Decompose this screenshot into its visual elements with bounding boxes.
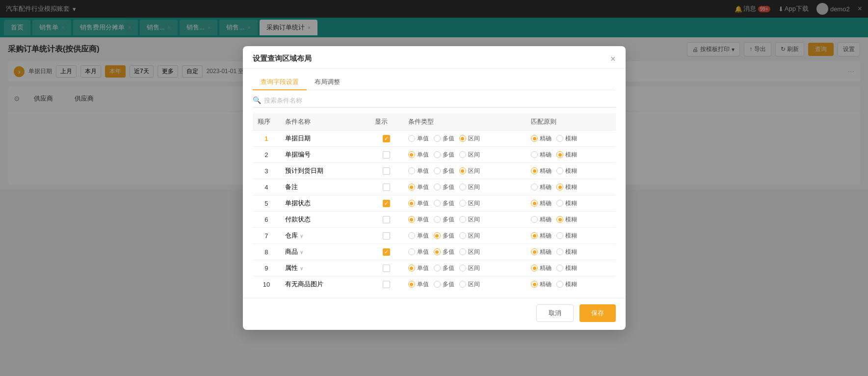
th-name: 条件名称 [280,113,369,131]
type-radio-多值[interactable]: 多值 [434,167,454,175]
match-radio-模糊[interactable]: 模糊 [556,151,577,159]
row-seq: 4 [253,179,281,190]
match-radio-模糊[interactable]: 模糊 [556,183,577,190]
radio-label: 多值 [443,151,454,159]
row-checkbox-cell [370,163,403,179]
radio-label: 单值 [417,183,429,190]
radio-indicator [459,135,466,142]
type-radio-区间[interactable]: 区间 [459,151,480,159]
radio-indicator [531,184,538,189]
type-radio-区间[interactable]: 区间 [459,134,480,143]
radio-label: 精确 [540,167,552,175]
row-seq: 3 [253,163,281,179]
row-match-cell: 精确模糊 [526,131,615,147]
radio-label: 模糊 [565,167,577,175]
row-type-cell: 单值多值区间 [403,179,526,190]
radio-label: 模糊 [565,151,577,159]
radio-label: 区间 [468,183,480,190]
radio-indicator [531,167,538,174]
radio-label: 精确 [540,134,552,143]
radio-label: 精确 [540,183,552,190]
radio-indicator [408,135,415,142]
type-radio-单值[interactable]: 单值 [408,183,429,190]
type-radio-单值[interactable]: 单值 [408,151,429,159]
conditions-table: 顺序 条件名称 显示 条件类型 匹配原则 1单据日期单值多值区间精确模糊2单据编… [253,113,616,189]
th-seq: 顺序 [253,113,281,131]
radio-indicator [556,151,563,158]
th-type: 条件类型 [403,113,526,131]
row-checkbox-cell [370,179,403,190]
match-radio-精确[interactable]: 精确 [531,134,552,143]
radio-indicator [408,151,415,158]
search-icon: 🔍 [253,96,261,104]
row-name: 预计到货日期 [280,163,369,179]
row-checkbox-cell [370,147,403,163]
settings-dialog: 设置查询区域布局 × 查询字段设置 布局调整 🔍 [243,46,626,189]
type-radio-多值[interactable]: 多值 [434,183,454,190]
radio-indicator [556,167,563,174]
modal-overlay: 设置查询区域布局 × 查询字段设置 布局调整 🔍 [0,0,868,189]
type-radio-多值[interactable]: 多值 [434,151,454,159]
dialog-close-button[interactable]: × [610,54,616,63]
table-row: 1单据日期单值多值区间精确模糊 [253,131,616,147]
tab-query-fields[interactable]: 查询字段设置 [253,75,307,90]
dialog-body: 查询字段设置 布局调整 🔍 顺序 条件名称 显示 [243,69,626,189]
match-radio-精确[interactable]: 精确 [531,151,552,159]
th-match: 匹配原则 [526,113,615,131]
match-radio-模糊[interactable]: 模糊 [556,134,577,143]
tab-layout-adjust[interactable]: 布局调整 [307,75,348,90]
type-radio-区间[interactable]: 区间 [459,183,480,190]
radio-label: 精确 [540,151,552,159]
radio-label: 单值 [417,167,429,175]
display-checkbox[interactable] [383,135,390,142]
display-checkbox[interactable] [383,184,390,190]
match-radio-模糊[interactable]: 模糊 [556,167,577,175]
type-radio-单值[interactable]: 单值 [408,167,429,175]
search-input[interactable] [264,97,362,104]
table-row: 3预计到货日期单值多值区间精确模糊 [253,163,616,179]
radio-indicator [434,135,441,142]
dialog-title: 设置查询区域布局 [253,54,312,63]
radio-indicator [459,151,466,158]
radio-label: 单值 [417,134,429,143]
radio-label: 区间 [468,167,480,175]
type-radio-单值[interactable]: 单值 [408,134,429,143]
radio-label: 多值 [443,183,454,190]
radio-label: 区间 [468,134,480,143]
row-match-cell: 精确模糊 [526,163,615,179]
row-match-cell: 精确模糊 [526,179,615,190]
row-name: 单据日期 [280,131,369,147]
radio-indicator [434,151,441,158]
match-radio-精确[interactable]: 精确 [531,183,552,190]
radio-indicator [434,167,441,174]
radio-label: 多值 [443,167,454,175]
dialog-tabs: 查询字段设置 布局调整 [253,69,616,90]
th-display: 显示 [370,113,403,131]
radio-label: 单值 [417,151,429,159]
dialog-header: 设置查询区域布局 × [243,46,626,69]
row-name: 备注 [280,179,369,190]
radio-indicator [556,184,563,189]
radio-label: 区间 [468,151,480,159]
search-bar: 🔍 [253,96,616,107]
radio-indicator [556,135,563,142]
display-checkbox[interactable] [383,167,390,175]
radio-label: 多值 [443,134,454,143]
row-seq: 2 [253,147,281,163]
row-type-cell: 单值多值区间 [403,131,526,147]
radio-indicator [531,151,538,158]
match-radio-精确[interactable]: 精确 [531,167,552,175]
radio-indicator [459,184,466,189]
row-type-cell: 单值多值区间 [403,147,526,163]
row-name: 单据编号 [280,147,369,163]
display-checkbox[interactable] [383,151,390,159]
row-checkbox-cell [370,131,403,147]
table-row: 2单据编号单值多值区间精确模糊 [253,147,616,163]
radio-indicator [408,184,415,189]
radio-indicator [434,184,441,189]
radio-label: 模糊 [565,134,577,143]
type-radio-区间[interactable]: 区间 [459,167,480,175]
type-radio-多值[interactable]: 多值 [434,134,454,143]
radio-label: 模糊 [565,183,577,190]
radio-indicator [408,167,415,174]
